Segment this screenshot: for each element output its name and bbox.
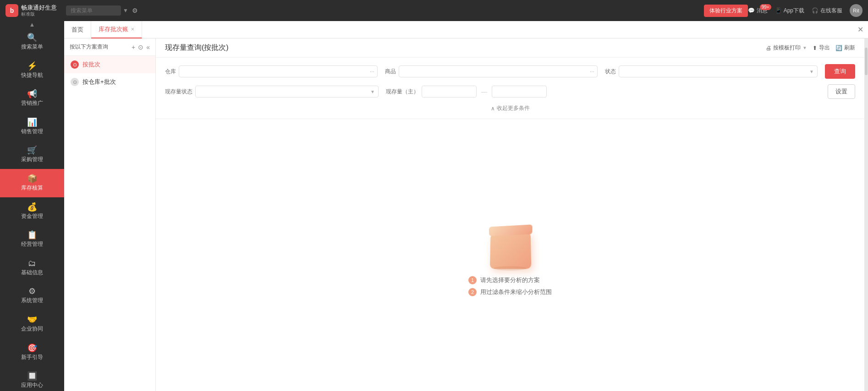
print-icon: 🖨 xyxy=(766,45,771,51)
page-wrapper: 按以下方案查询 + ⊙ « ⊙ 按批次 ⊙ 按仓库+批次 xyxy=(64,38,868,391)
sidebar-label-quick-nav: 快捷导航 xyxy=(21,72,43,79)
sidebar-item-system[interactable]: ⚙ 系统管理 xyxy=(0,282,64,310)
logo-icon: b xyxy=(5,4,18,17)
settings-btn[interactable]: 设置 xyxy=(828,84,855,99)
app-download-label: App下载 xyxy=(784,7,804,15)
tab-close-btn[interactable]: × xyxy=(131,26,134,33)
filter-inventory-qty: 现存量（主） — xyxy=(386,86,599,98)
sidebar-label-sales: 销售管理 xyxy=(21,128,43,136)
business-icon: 📋 xyxy=(27,231,37,239)
sidebar-label-purchase: 采购管理 xyxy=(21,156,43,163)
sidebar-item-purchase[interactable]: 🛒 采购管理 xyxy=(0,141,64,169)
online-service-btn[interactable]: 🎧 在线客服 xyxy=(812,7,842,15)
collapse-row: ∧ 收起更多条件 xyxy=(165,104,855,112)
sidebar-label-guide: 新手引导 xyxy=(21,354,43,361)
filter-area: 仓库 ··· 商品 ··· xyxy=(156,58,864,119)
inventory-qty-label: 现存量（主） xyxy=(386,88,419,96)
tip2-text: 用过滤条件来缩小分析范围 xyxy=(480,288,552,296)
search-input[interactable] xyxy=(66,5,121,16)
qty-separator: — xyxy=(481,88,487,95)
messages-btn[interactable]: 💬 消息 99+ xyxy=(748,7,768,15)
sidebar-scroll-up[interactable]: ▲ xyxy=(0,21,64,28)
query-btn[interactable]: 查询 xyxy=(825,64,855,79)
close-icon[interactable]: ✕ xyxy=(857,25,863,34)
sidebar-item-quick-nav[interactable]: ⚡ 快捷导航 xyxy=(0,56,64,85)
sidebar-item-search[interactable]: 🔍 搜索菜单 xyxy=(0,28,64,56)
warehouse-input[interactable] xyxy=(179,66,367,77)
export-btn[interactable]: ⬆ 导出 xyxy=(813,44,830,52)
empty-illustration xyxy=(478,214,542,269)
product-label: 商品 xyxy=(385,68,396,76)
left-panel-header: 按以下方案查询 + ⊙ « xyxy=(64,38,155,56)
scheme-batch-label: 按批次 xyxy=(82,60,100,69)
box-shadow xyxy=(494,266,526,271)
quicknav-icon: ⚡ xyxy=(27,62,37,70)
print-btn[interactable]: 🖨 按模板打印 ▼ xyxy=(766,44,807,52)
experience-btn[interactable]: 体验行业方案 xyxy=(704,5,748,17)
scheme-settings-btn[interactable]: ⊙ xyxy=(138,43,143,51)
left-panel-actions: + ⊙ « xyxy=(132,43,150,51)
inventory-qty-from[interactable] xyxy=(422,86,477,98)
app-center-icon: 🔲 xyxy=(27,372,37,380)
status-label: 状态 xyxy=(605,68,616,76)
settings-icon[interactable]: ⚙ xyxy=(132,7,138,14)
warehouse-input-wrap: ··· xyxy=(179,65,378,77)
avatar: Rit xyxy=(850,4,863,17)
scroll-thumb xyxy=(865,48,868,75)
sidebar-item-guide[interactable]: 🎯 新手引导 xyxy=(0,338,64,367)
add-scheme-btn[interactable]: + xyxy=(132,43,135,51)
app-subtitle: 标准版 xyxy=(21,11,57,17)
sidebar-item-marketing[interactable]: 📢 营销推广 xyxy=(0,84,64,113)
sidebar-label-business: 经营管理 xyxy=(21,241,43,248)
status-select[interactable] xyxy=(619,65,818,77)
basic-info-icon: 🗂 xyxy=(28,259,36,267)
header-actions: 💬 消息 99+ 📱 App下载 🎧 在线客服 Rit xyxy=(748,4,863,17)
scheme-icon-warehouse-batch: ⊙ xyxy=(71,78,79,86)
inventory-qty-to[interactable] xyxy=(492,86,547,98)
app-title: 畅康通好生意 xyxy=(21,4,57,11)
sidebar-label-app-center: 应用中心 xyxy=(21,382,43,389)
print-dropdown-icon[interactable]: ▼ xyxy=(802,45,807,50)
empty-tip-2: 2 用过滤条件来缩小分析范围 xyxy=(468,288,552,296)
sidebar-label-marketing: 营销推广 xyxy=(21,100,43,107)
search-icon: 🔍 xyxy=(27,33,37,42)
sidebar-item-sales[interactable]: 📊 销售管理 xyxy=(0,113,64,141)
warehouse-dots-btn[interactable]: ··· xyxy=(367,68,377,75)
dropdown-icon[interactable]: ▼ xyxy=(123,7,128,14)
empty-state: 1 请先选择要分析的方案 2 用过滤条件来缩小分析范围 xyxy=(156,119,864,391)
scheme-by-warehouse-batch[interactable]: ⊙ 按仓库+批次 xyxy=(64,73,155,91)
product-dots-btn[interactable]: ··· xyxy=(587,68,597,75)
scheme-warehouse-batch-label: 按仓库+批次 xyxy=(82,78,116,86)
sidebar-item-basic-info[interactable]: 🗂 基础信息 xyxy=(0,254,64,282)
tab-home[interactable]: 首页 xyxy=(64,21,91,38)
scheme-by-batch[interactable]: ⊙ 按批次 xyxy=(64,56,155,73)
refresh-btn[interactable]: 🔄 刷新 xyxy=(835,44,855,52)
phone-icon: 📱 xyxy=(775,7,782,14)
product-input[interactable] xyxy=(399,66,587,77)
sidebar-label-system: 系统管理 xyxy=(21,297,43,304)
top-header: b 畅康通好生意 标准版 ▼ ⚙ 体验行业方案 💬 消息 99+ 📱 App下载… xyxy=(0,0,868,21)
app-download-btn[interactable]: 📱 App下载 xyxy=(775,7,804,15)
inventory-status-select[interactable] xyxy=(195,86,379,98)
app-logo: b 畅康通好生意 标准版 xyxy=(5,4,57,17)
sidebar-label-search: 搜索菜单 xyxy=(21,43,43,51)
tab-inventory-batch[interactable]: 库存批次账 × xyxy=(91,21,142,38)
sales-icon: 📊 xyxy=(27,118,37,126)
export-label: 导出 xyxy=(819,44,830,52)
sidebar: ▲ 🔍 搜索菜单 ⚡ 快捷导航 📢 营销推广 📊 销售管理 🛒 采购管理 📦 库… xyxy=(0,21,64,391)
sidebar-item-inventory[interactable]: 📦 库存核算 xyxy=(0,169,64,197)
panel-collapse-btn[interactable]: « xyxy=(146,43,150,51)
collapse-filter-btn[interactable]: ∧ 收起更多条件 xyxy=(491,104,530,112)
sidebar-item-finance[interactable]: 💰 资金管理 xyxy=(0,197,64,226)
tip1-num: 1 xyxy=(468,276,477,284)
finance-icon: 💰 xyxy=(27,203,37,211)
user-avatar[interactable]: Rit xyxy=(850,4,863,17)
right-scrollbar[interactable] xyxy=(864,38,868,391)
sidebar-item-business[interactable]: 📋 经营管理 xyxy=(0,225,64,254)
sidebar-item-cooperation[interactable]: 🤝 企业协同 xyxy=(0,310,64,338)
box-lid xyxy=(489,224,533,236)
sidebar-item-app-center[interactable]: 🔲 应用中心 xyxy=(0,366,64,391)
logo-text: 畅康通好生意 标准版 xyxy=(21,4,57,17)
warehouse-label: 仓库 xyxy=(165,68,176,76)
left-panel: 按以下方案查询 + ⊙ « ⊙ 按批次 ⊙ 按仓库+批次 xyxy=(64,38,156,391)
